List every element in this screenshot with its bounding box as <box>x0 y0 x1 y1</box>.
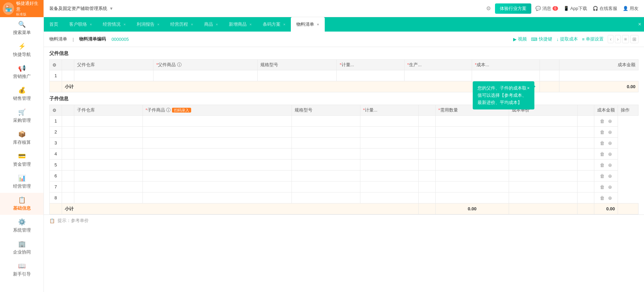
sidebar-item-finance[interactable]: 💳 资金管理 <box>0 149 44 171</box>
parent-row-1-cost[interactable] <box>404 70 472 81</box>
close-tab-bom[interactable]: × <box>317 22 319 26</box>
bottom-hint: 📋 提示：参考单价 <box>44 214 644 226</box>
marketing-icon: 📢 <box>18 65 26 72</box>
quick-nav-icon: ⚡ <box>18 43 26 50</box>
tab-close-all[interactable]: × <box>638 21 644 27</box>
child-row-5-actions: 🗑 ⊕ <box>594 160 618 171</box>
system-icon: ⚙️ <box>18 218 26 226</box>
copy-row-8-icon[interactable]: ⊕ <box>608 195 612 201</box>
copy-row-2-icon[interactable]: ⊕ <box>608 129 612 135</box>
sidebar-item-marketing[interactable]: 📢 营销推广 <box>0 61 44 83</box>
parent-row-1-warehouse[interactable] <box>62 70 74 81</box>
child-row-1-unit-cost[interactable] <box>435 116 509 127</box>
delete-row-3-icon[interactable]: 🗑 <box>600 140 605 146</box>
video-action[interactable]: ▶ 视频 <box>513 36 527 42</box>
tab-home[interactable]: 首页 <box>44 17 64 32</box>
close-all-icon[interactable]: × <box>638 21 641 27</box>
breadcrumb-bom[interactable]: 物料清单 <box>49 36 67 42</box>
delete-row-6-icon[interactable]: 🗑 <box>600 173 605 179</box>
delete-row-4-icon[interactable]: 🗑 <box>600 151 605 157</box>
tab-operations[interactable]: 经营情况× <box>97 17 131 32</box>
sidebar-item-operations[interactable]: 📊 经营管理 <box>0 171 44 193</box>
child-row-7-num: 7 <box>50 182 62 192</box>
parent-col-extra <box>540 60 559 70</box>
next-page-icon[interactable]: › <box>615 35 621 43</box>
parent-col-gear[interactable]: ⚙ <box>50 60 62 70</box>
tab-new-goods[interactable]: 新增商品× <box>223 17 257 32</box>
parent-row-1-production[interactable] <box>337 70 404 81</box>
parent-row-1-unit[interactable] <box>258 70 337 81</box>
prev-page-icon[interactable]: ‹ <box>608 35 614 43</box>
parent-row-1-product[interactable] <box>74 70 153 81</box>
tab-profit[interactable]: 利润报告× <box>131 17 165 32</box>
app-download-action[interactable]: 📱 App下载 <box>564 5 587 12</box>
delete-row-1-icon[interactable]: 🗑 <box>600 118 605 124</box>
close-tab-profit[interactable]: × <box>157 22 159 26</box>
child-row-1-num: 1 <box>50 116 62 127</box>
sidebar-item-search[interactable]: 🔍 搜索菜单 <box>0 17 44 39</box>
message-action[interactable]: 💬 消息 6 <box>535 5 558 12</box>
expand-icon[interactable]: ⊞ <box>630 35 639 43</box>
trial-button[interactable]: 体验行业方案 <box>495 3 531 14</box>
doc-settings-action[interactable]: ≡ 单据设置 <box>582 36 604 42</box>
delete-row-2-icon[interactable]: 🗑 <box>600 129 605 135</box>
copy-row-7-icon[interactable]: ⊕ <box>608 184 612 190</box>
settings-icon[interactable]: ⚙ <box>486 5 491 12</box>
parent-col-warehouse: 父件仓库 <box>74 60 153 70</box>
close-tab-customer[interactable]: × <box>90 22 92 26</box>
close-tab-history[interactable]: × <box>191 22 193 26</box>
child-row-1: 1 🗑 ⊕ <box>50 116 639 127</box>
guide-icon: 📖 <box>18 262 26 270</box>
sidebar-item-inventory[interactable]: 📦 库存核算 <box>0 127 44 149</box>
child-row-2-product[interactable] <box>74 127 143 138</box>
sidebar-item-guide[interactable]: 📖 新手引导 <box>0 259 44 281</box>
tooltip-close-btn[interactable]: × <box>527 85 530 92</box>
tab-barcode[interactable]: 条码方案× <box>257 17 291 32</box>
child-row-1-qty[interactable] <box>419 116 435 127</box>
close-tab-new-goods[interactable]: × <box>249 22 251 26</box>
sidebar-item-quick-nav[interactable]: ⚡ 快捷导航 <box>0 39 44 61</box>
child-row-1-unit[interactable] <box>292 116 360 127</box>
copy-row-1-icon[interactable]: ⊕ <box>608 118 612 124</box>
child-row-1-warehouse[interactable] <box>62 116 74 127</box>
online-service-action[interactable]: 🎧 在线客服 <box>593 5 617 12</box>
child-col-gear[interactable]: ⚙ <box>50 105 62 116</box>
tab-goods[interactable]: 商品× <box>199 17 223 32</box>
menu-icon[interactable]: ≡ <box>622 35 629 43</box>
parent-row-1-spec[interactable] <box>153 70 258 81</box>
scan-btn[interactable]: 扫码录入 <box>172 108 191 113</box>
copy-row-4-icon[interactable]: ⊕ <box>608 151 612 157</box>
user-action[interactable]: 👤 用友 <box>623 5 639 12</box>
shortcut-action[interactable]: ⌨ 快捷键 <box>531 36 552 42</box>
message-badge: 6 <box>553 6 558 11</box>
sidebar-item-basic-info[interactable]: 📋 基础信息 <box>0 193 44 215</box>
child-row-1-spec[interactable] <box>143 116 292 127</box>
parent-col-cost: *成本... <box>472 60 540 70</box>
child-subtotal-qty: 0.00 <box>435 203 509 214</box>
delete-row-8-icon[interactable]: 🗑 <box>600 195 605 201</box>
close-tab-operations[interactable]: × <box>123 22 125 26</box>
copy-row-5-icon[interactable]: ⊕ <box>608 162 612 168</box>
delete-row-5-icon[interactable]: 🗑 <box>600 162 605 168</box>
sidebar-item-enterprise[interactable]: 🏢 企业协同 <box>0 237 44 259</box>
delete-row-7-icon[interactable]: 🗑 <box>600 184 605 190</box>
breadcrumb-bar: 物料清单 | 物料清单编码 0000005 ▶ 视频 ⌨ 快捷键 ↓ 提取成本 … <box>44 32 644 47</box>
child-row-2-warehouse[interactable] <box>62 127 74 138</box>
child-subtotal-amount: 0.00 <box>594 203 618 214</box>
copy-row-6-icon[interactable]: ⊕ <box>608 173 612 179</box>
close-tab-goods[interactable]: × <box>216 22 218 26</box>
sidebar-item-system[interactable]: ⚙️ 系统管理 <box>0 215 44 237</box>
extract-cost-action[interactable]: ↓ 提取成本 <box>556 36 578 42</box>
child-row-8: 8 🗑 ⊕ <box>50 192 639 203</box>
tab-customer[interactable]: 客户联络× <box>64 17 97 32</box>
sidebar-item-purchase[interactable]: 🛒 采购管理 <box>0 105 44 127</box>
parent-section-title: 父件信息 <box>49 47 639 59</box>
sidebar-item-sales[interactable]: 💰 销售管理 <box>0 83 44 105</box>
child-row-3-actions: 🗑 ⊕ <box>594 138 618 149</box>
child-row-1-product[interactable] <box>74 116 143 127</box>
tab-bom[interactable]: 物料清单× <box>291 17 324 32</box>
tab-history[interactable]: 经营历程× <box>165 17 198 32</box>
main-area: 装备及固定资产辅助管理系统 ▼ ⚙ 体验行业方案 💬 消息 6 📱 App下载 … <box>44 0 644 292</box>
close-tab-barcode[interactable]: × <box>283 22 285 26</box>
copy-row-3-icon[interactable]: ⊕ <box>608 140 612 146</box>
